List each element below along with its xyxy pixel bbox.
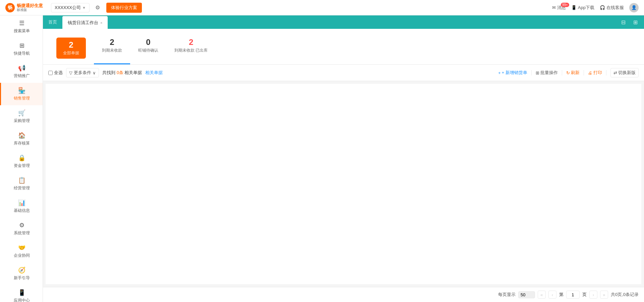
tab-cash-flow-label: 钱货日清工作台 (68, 20, 98, 26)
page-prefix: 第 (559, 292, 564, 298)
settings-button[interactable]: ⚙ (92, 2, 103, 13)
sidebar-item-purchase[interactable]: 🛒 采购管理 (0, 105, 43, 128)
toolbar-left: 全选 ▽ 更多条件 ∨ 共找到 0条 相关单据 相关单据 (48, 68, 495, 77)
next-page-button[interactable]: › (589, 291, 597, 299)
found-count: 0条 (117, 70, 123, 75)
trial-button[interactable]: 体验行业方案 (106, 3, 142, 13)
more-conditions-button[interactable]: ▽ 更多条件 ∨ (66, 68, 99, 77)
select-all-input[interactable] (48, 71, 53, 75)
sidebar-icon-operation: 📋 (18, 177, 25, 184)
batch-icon: ⊞ (536, 70, 539, 75)
sidebar-label-operation: 经营管理 (14, 185, 30, 191)
switch-version-button[interactable]: ⇄ 切换新版 (610, 68, 639, 77)
tab-home-label: 首页 (48, 19, 57, 25)
print-icon: 🖨 (588, 70, 592, 75)
sidebar-item-marketing[interactable]: 📢 营销推广 (0, 60, 43, 83)
last-page-button[interactable]: » (600, 291, 608, 299)
toolbar-divider-2 (562, 70, 562, 75)
sidebar-icon-app-center: 📱 (18, 289, 25, 296)
sidebar-icon-quick-nav: ⊞ (19, 42, 24, 49)
summary-card-overdue[interactable]: 2 到期未收款 (94, 34, 130, 64)
sidebar-label-cooperation: 企业协同 (14, 253, 30, 258)
prev-page-button[interactable]: ‹ (548, 291, 556, 299)
sidebar-label-sales: 销售管理 (14, 96, 30, 101)
more-conditions-label: 更多条件 (74, 70, 91, 76)
sidebar-item-basic[interactable]: 📊 基础信息 (0, 195, 43, 218)
sidebar-icon-search: ☰ (19, 19, 24, 27)
company-name: XXXXXX公司 (55, 5, 81, 11)
tab-close-icon[interactable]: × (100, 21, 102, 25)
sidebar-item-cooperation[interactable]: 🤝 企业协同 (0, 240, 43, 262)
sidebar-label-app-center: 应用中心 (14, 298, 30, 302)
chevron-down-icon: ∨ (93, 70, 96, 75)
sidebar-item-system[interactable]: ⚙ 系统管理 (0, 218, 43, 240)
print-label: 打印 (593, 70, 602, 76)
pending-count: 0 (138, 38, 158, 47)
message-badge: 99+ (561, 3, 569, 7)
add-label: + 新增销货单 (502, 70, 527, 76)
tab-cash-flow[interactable]: 钱货日清工作台 × (62, 16, 108, 29)
summary-card-out-warehouse[interactable]: 2 到期未收款 已出库 (166, 34, 216, 64)
related-orders-link[interactable]: 相关单据 (145, 70, 163, 76)
all-count: 2 (63, 40, 79, 50)
sidebar-label-purchase: 采购管理 (14, 118, 30, 124)
tab-bar-actions: ⊟ ⊞ (619, 17, 644, 27)
add-icon: + (498, 70, 501, 75)
content-area: 2 全部单据 2 到期未收款 0 旺铺待确认 2 到期未收款 已出库 (43, 29, 644, 302)
summary-cards: 2 全部单据 2 到期未收款 0 旺铺待确认 2 到期未收款 已出库 (43, 29, 644, 65)
company-selector[interactable]: XXXXXX公司 ▼ (51, 3, 90, 12)
logo: 畅 畅捷通好生意 标准版 (5, 3, 48, 12)
sidebar-item-finance[interactable]: 🔒 资金管理 (0, 150, 43, 173)
sidebar-label-search: 搜索菜单 (14, 28, 30, 34)
select-all-checkbox[interactable]: 全选 (48, 70, 63, 76)
page-size-select[interactable]: 20 50 100 200 (518, 291, 535, 298)
summary-card-all[interactable]: 2 全部单据 (48, 34, 94, 64)
batch-operation-button[interactable]: ⊞ 批量操作 (536, 70, 558, 76)
sidebar-icon-marketing: 📢 (18, 64, 25, 72)
tab-maximize-button[interactable]: ⊞ (631, 17, 640, 27)
switch-icon: ⇄ (613, 70, 617, 75)
avatar-icon: 👤 (631, 5, 637, 10)
toolbar-divider-3 (584, 70, 584, 75)
page-input[interactable] (566, 291, 580, 299)
logo-icon: 畅 (5, 3, 15, 12)
sidebar-item-guide[interactable]: 🧭 新手引导 (0, 262, 43, 285)
summary-card-pending[interactable]: 0 旺铺待确认 (130, 34, 166, 64)
sidebar: ☰ 搜索菜单 ⊞ 快捷导航 📢 营销推广 🏪 销售管理 🛒 采购管理 🏠 库存核… (0, 15, 43, 302)
sidebar-item-quick-nav[interactable]: ⊞ 快捷导航 (0, 38, 43, 60)
total-text: 共0页,0条记录 (611, 292, 639, 298)
sidebar-icon-finance: 🔒 (18, 154, 25, 162)
page-size-wrapper: 20 50 100 200 (518, 291, 535, 298)
sidebar-item-operation[interactable]: 📋 经营管理 (0, 173, 43, 195)
logo-sub: 标准版 (17, 8, 43, 12)
message-button[interactable]: ✉ 消息 99+ (552, 5, 566, 11)
sidebar-item-search[interactable]: ☰ 搜索菜单 (0, 15, 43, 38)
pending-label: 旺铺待确认 (138, 48, 158, 53)
tab-home[interactable]: 首页 (43, 15, 62, 29)
app-download-button[interactable]: 📱 App下载 (571, 5, 594, 11)
sidebar-icon-basic: 📊 (18, 199, 25, 206)
add-order-button[interactable]: + + 新增销货单 (498, 70, 527, 76)
toolbar-right: + + 新增销货单 ⊞ 批量操作 ↻ 刷新 🖨 (498, 68, 639, 77)
sidebar-item-inventory[interactable]: 🏠 库存核算 (0, 128, 43, 150)
topbar-right: ✉ 消息 99+ 📱 App下载 🎧 在线客服 👤 (552, 3, 639, 12)
sidebar-icon-system: ⚙ (19, 222, 24, 229)
sidebar-item-sales[interactable]: 🏪 销售管理 (0, 83, 43, 105)
sidebar-label-system: 系统管理 (14, 230, 30, 236)
online-service-button[interactable]: 🎧 在线客服 (600, 5, 624, 11)
refresh-label: 刷新 (571, 70, 580, 76)
tab-minimize-button[interactable]: ⊟ (619, 17, 628, 27)
refresh-button[interactable]: ↻ 刷新 (566, 70, 580, 76)
sidebar-item-app-center[interactable]: 📱 应用中心 (0, 285, 43, 302)
refresh-icon: ↻ (566, 70, 570, 75)
overdue-count: 2 (102, 38, 122, 47)
sidebar-label-basic: 基础信息 (14, 208, 30, 214)
sidebar-label-quick-nav: 快捷导航 (14, 51, 30, 56)
pagination: 每页显示 20 50 100 200 « ‹ 第 页 › » 共0页,0条记录 (43, 287, 644, 302)
avatar[interactable]: 👤 (629, 3, 639, 12)
first-page-button[interactable]: « (538, 291, 546, 299)
filter-icon: ▽ (69, 70, 72, 75)
batch-label: 批量操作 (540, 70, 558, 76)
page-size-label: 每页显示 (498, 292, 516, 298)
print-button[interactable]: 🖨 打印 (588, 70, 602, 76)
